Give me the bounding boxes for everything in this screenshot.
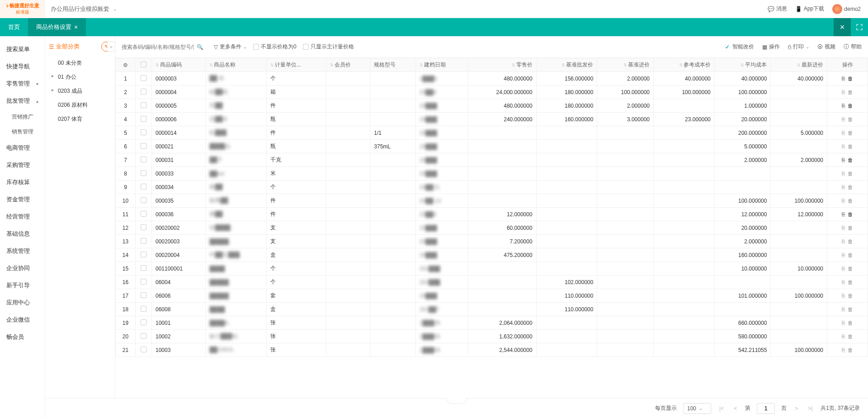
workspace-selector[interactable]: 办公用品行业模拟账套 ⌄ [51,5,117,13]
copy-icon[interactable]: ⎘ [842,130,845,136]
copy-icon[interactable]: ⎘ [842,279,845,285]
row-checkbox[interactable] [136,303,152,316]
delete-icon[interactable]: 🗑 [848,157,853,163]
col-wholesale[interactable]: ⇅基准批发价 [536,58,597,72]
col-settings[interactable]: ⚙ [116,58,136,72]
prev-page-button[interactable]: < [732,405,739,412]
table-row[interactable]: 1806008████盒202██7110.000000⎘🗑 [116,303,868,316]
delete-icon[interactable]: 🗑 [848,225,853,231]
table-row[interactable]: 15001100001████个202███10.00000010.000000… [116,262,868,276]
user-menu[interactable]: demo2 [832,4,861,14]
row-checkbox[interactable] [136,235,152,248]
col-unit[interactable]: ⇅计量单位... [266,58,326,72]
table-row[interactable]: 1200020002传████ .支20███60.00000020.00000… [116,221,868,235]
operate-button[interactable]: ▦操作 [762,43,780,51]
sidebar-retail[interactable]: 零售管理▾ [0,75,45,92]
row-checkbox[interactable] [136,316,152,330]
row-checkbox[interactable] [136,113,152,126]
table-row[interactable]: 8000033██est米20███⎘🗑 [116,167,868,180]
table-row[interactable]: 10000035玻璃██件20██-13100.000000100.000000… [116,194,868,208]
delete-icon[interactable]: 🗑 [848,306,853,313]
row-checkbox[interactable] [136,153,152,167]
row-checkbox[interactable] [136,208,152,221]
copy-icon[interactable]: ⎘ [842,89,845,95]
copy-icon[interactable]: ⎘ [842,225,845,231]
table-row[interactable]: 1606004█████ .个202███102.000000⎘🗑 [116,276,868,289]
table-row[interactable]: 1300020003█████ .支20███7.2000002.000000⎘… [116,235,868,248]
table-row[interactable]: 1706006█████套20███110.000000101.00000010… [116,289,868,303]
tree-node-uncategorized[interactable]: 00 未分类 [49,56,111,70]
tree-node-sports[interactable]: 0207 体育 [49,112,111,126]
row-checkbox[interactable] [136,276,152,289]
sidebar-wholesale[interactable]: 批发管理▴ [0,92,45,109]
row-checkbox[interactable] [136,180,152,194]
sidebar-basic[interactable]: 基础信息 [0,225,45,242]
tree-all[interactable]: ☰ 全部分类 [49,43,80,51]
sidebar-appcenter[interactable]: 应用中心 [0,294,45,311]
row-checkbox[interactable] [136,248,152,262]
delete-icon[interactable]: 🗑 [848,184,853,190]
copy-icon[interactable]: ⎘ [842,143,845,150]
delete-icon[interactable]: 🗑 [848,211,853,218]
delete-icon[interactable]: 🗑 [848,238,853,245]
row-checkbox[interactable] [136,221,152,235]
app-download-button[interactable]: 📱 App下载 [795,5,824,13]
tree-node-office[interactable]: 01 办公 [49,70,111,84]
col-latest[interactable]: ⇅最新进价 [771,58,827,72]
page-input[interactable] [757,403,775,414]
sidebar-operation[interactable]: 经营管理 [0,208,45,225]
delete-icon[interactable]: 🗑 [848,103,853,109]
sidebar-wechat[interactable]: 企业微信 [0,311,45,328]
row-checkbox[interactable] [136,289,152,303]
video-button[interactable]: ⦿视频 [817,43,835,51]
row-checkbox[interactable] [136,262,152,276]
sidebar-quicknav[interactable]: 快捷导航 [0,58,45,75]
col-code[interactable]: ⇅商品编码 [152,58,206,72]
sidebar-inventory[interactable]: 库存核算 [0,174,45,191]
delete-icon[interactable]: 🗑 [848,293,853,299]
next-page-button[interactable]: > [793,405,800,412]
copy-icon[interactable]: ⎘ [842,306,845,313]
row-checkbox[interactable] [136,330,152,343]
col-name[interactable]: ⇅商品名称 [206,58,267,72]
tree-node-raw[interactable]: 0206 原材料 [49,98,111,112]
row-checkbox[interactable] [136,194,152,208]
close-icon[interactable]: × [74,24,78,31]
copy-icon[interactable]: ⎘ [842,211,845,218]
smart-change-button[interactable]: 智能改价 [725,43,754,51]
table-row[interactable]: 10000003██ 本个2███0480.000000156.0000002.… [116,72,868,86]
delete-icon[interactable]: 🗑 [848,279,853,285]
search-icon[interactable]: 🔍 [197,44,203,50]
sidebar-system[interactable]: 系统管理 [0,242,45,260]
table-row[interactable]: 20000004收██纸箱20██824,000.000000180.00000… [116,86,868,99]
sidebar-newbie[interactable]: 新手引导 [0,277,45,294]
messages-button[interactable]: 💬 消息 [768,5,787,13]
tab-home[interactable]: 首页 [0,18,28,36]
tab-close-all-button[interactable]: × [834,18,851,36]
collapse-tree-button[interactable]: « [107,42,115,52]
col-purchase[interactable]: ⇅基准进价 [597,58,654,72]
row-checkbox[interactable] [136,86,152,99]
table-row[interactable]: 30000005衣██件20███480.000000180.0000002.0… [116,99,868,113]
first-page-button[interactable]: |< [717,405,726,412]
col-checkall[interactable] [136,58,152,72]
sidebar-member[interactable]: 畅会员 [0,328,45,346]
copy-icon[interactable]: ⎘ [842,76,845,82]
hide-zero-checkbox[interactable]: 不显示价格为0 [253,43,297,51]
more-filters-button[interactable]: ▽ 更多条件 ⌄ [214,43,247,51]
copy-icon[interactable]: ⎘ [842,103,845,109]
help-button[interactable]: ⓘ帮助 [844,43,862,51]
row-checkbox[interactable] [136,126,152,140]
row-checkbox[interactable] [136,72,152,86]
table-row[interactable]: 40000006洗██水瓶20███240.000000160.0000003.… [116,113,868,126]
delete-icon[interactable]: 🗑 [848,252,853,258]
table-row[interactable]: 6000021████品瓶375mL20███5.000000⎘🗑 [116,140,868,153]
table-row[interactable]: 2110003██沂特办.张2███052,544.000000542.2110… [116,343,868,357]
copy-icon[interactable]: ⎘ [842,333,845,340]
copy-icon[interactable]: ⎘ [842,252,845,258]
col-member[interactable]: ⇅会员价 [326,58,370,72]
col-spec[interactable]: 规格型号 [370,58,416,72]
sidebar-finance[interactable]: 资金管理 [0,191,45,208]
copy-icon[interactable]: ⎘ [842,157,845,163]
copy-icon[interactable]: ⎘ [842,320,845,326]
